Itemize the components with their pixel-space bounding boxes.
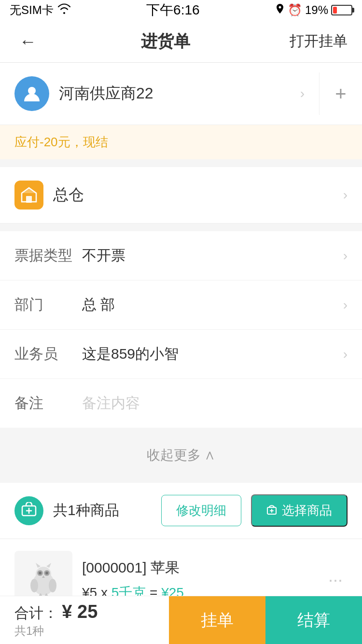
total-label: 合计： bbox=[14, 605, 58, 621]
department-value: 总 部 bbox=[82, 295, 343, 315]
form-section: 票据类型 不开票 › 部门 总 部 › 业务员 这是859的小智 › 备注 备注… bbox=[0, 231, 362, 428]
product-more-button[interactable]: ··· bbox=[323, 565, 348, 595]
svg-point-15 bbox=[30, 579, 38, 592]
remark-label: 备注 bbox=[14, 393, 82, 413]
staff-label: 业务员 bbox=[14, 344, 82, 364]
total-sub: 共1种 bbox=[14, 623, 154, 639]
select-product-label: 选择商品 bbox=[282, 502, 332, 519]
warehouse-name: 总仓 bbox=[53, 184, 343, 206]
battery-icon bbox=[331, 5, 352, 15]
supplier-section: 河南供应商22 › + bbox=[0, 63, 362, 125]
chevron-right-icon: › bbox=[343, 187, 348, 203]
select-product-button[interactable]: 选择商品 bbox=[251, 494, 348, 527]
products-count: 共1种商品 bbox=[53, 501, 152, 520]
department-label: 部门 bbox=[14, 295, 82, 315]
select-product-icon bbox=[266, 505, 278, 517]
product-image bbox=[24, 560, 63, 599]
hang-order-button[interactable]: 挂单 bbox=[169, 596, 265, 644]
invoice-type-value: 不开票 bbox=[82, 246, 343, 266]
back-button[interactable]: ← bbox=[14, 27, 42, 56]
status-right: ⏰ 19% bbox=[275, 3, 352, 17]
remark-row[interactable]: 备注 备注内容 bbox=[0, 379, 362, 428]
products-header: 共1种商品 修改明细 选择商品 bbox=[0, 483, 362, 538]
status-bar: 无SIM卡 下午6:16 ⏰ 19% bbox=[0, 0, 362, 20]
svg-point-16 bbox=[49, 579, 56, 592]
carrier-text: 无SIM卡 bbox=[10, 2, 54, 18]
bottom-total: 合计： ¥ 25 共1种 bbox=[0, 596, 169, 644]
collapse-toggle[interactable]: 收起更多 ∧ bbox=[0, 435, 362, 475]
supplier-name: 河南供应商22 bbox=[59, 83, 300, 104]
chevron-right-icon: › bbox=[300, 86, 305, 101]
supplier-notice: 应付-20元，现结 bbox=[0, 125, 362, 159]
svg-point-12 bbox=[39, 572, 42, 574]
edit-detail-button[interactable]: 修改明细 bbox=[161, 495, 241, 526]
invoice-type-row[interactable]: 票据类型 不开票 › bbox=[0, 231, 362, 280]
product-info: [0000001] 苹果 ¥5 x 5千克 = ¥25 bbox=[82, 558, 314, 602]
settle-button[interactable]: 结算 bbox=[265, 596, 362, 644]
chevron-right-icon: › bbox=[343, 297, 348, 313]
main-content: 河南供应商22 › + 应付-20元，现结 总仓 › 票据类型 不开票 › 部门 bbox=[0, 63, 362, 644]
page-title: 进货单 bbox=[141, 30, 190, 53]
warehouse-icon bbox=[14, 181, 43, 210]
product-code: [0000001] bbox=[82, 560, 146, 575]
svg-point-13 bbox=[45, 572, 48, 574]
warehouse-selector[interactable]: 总仓 › bbox=[0, 167, 362, 224]
product-title: 苹果 bbox=[151, 560, 180, 575]
location-icon bbox=[275, 3, 285, 17]
bottom-bar: 合计： ¥ 25 共1种 挂单 结算 bbox=[0, 596, 362, 644]
remark-placeholder: 备注内容 bbox=[82, 393, 348, 413]
status-left: 无SIM卡 bbox=[10, 2, 71, 18]
svg-rect-1 bbox=[26, 196, 32, 203]
products-icon bbox=[14, 496, 43, 525]
staff-row[interactable]: 业务员 这是859的小智 › bbox=[0, 330, 362, 379]
supplier-avatar bbox=[14, 76, 49, 111]
svg-marker-17 bbox=[36, 563, 41, 568]
status-time: 下午6:16 bbox=[146, 1, 200, 19]
invoice-type-label: 票据类型 bbox=[14, 246, 82, 266]
supplier-selector[interactable]: 河南供应商22 › bbox=[0, 63, 319, 125]
wifi-icon bbox=[57, 3, 71, 17]
battery-text: 19% bbox=[305, 3, 328, 17]
svg-marker-18 bbox=[46, 563, 51, 568]
product-name: [0000001] 苹果 bbox=[82, 558, 314, 578]
department-row[interactable]: 部门 总 部 › bbox=[0, 280, 362, 330]
chevron-right-icon: › bbox=[343, 347, 348, 362]
nav-bar: ← 进货单 打开挂单 bbox=[0, 20, 362, 63]
staff-value: 这是859的小智 bbox=[82, 344, 343, 364]
total-main: 合计： ¥ 25 bbox=[14, 602, 154, 623]
svg-point-0 bbox=[28, 87, 36, 95]
open-hang-button[interactable]: 打开挂单 bbox=[290, 31, 348, 51]
total-amount: ¥ 25 bbox=[62, 602, 97, 622]
add-supplier-button[interactable]: + bbox=[320, 63, 362, 125]
chevron-right-icon: › bbox=[343, 248, 348, 264]
alarm-icon: ⏰ bbox=[288, 3, 302, 17]
